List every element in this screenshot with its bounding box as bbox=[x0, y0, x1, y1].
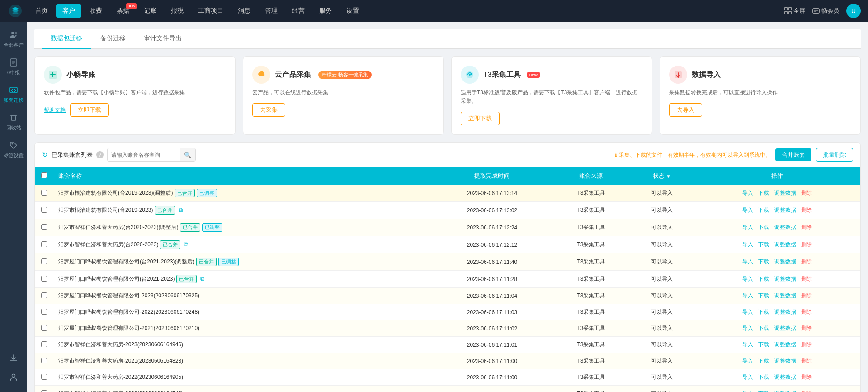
row-checkbox[interactable] bbox=[41, 374, 47, 380]
row-checkbox[interactable] bbox=[41, 341, 47, 347]
row-copy-icon[interactable]: ⧉ bbox=[182, 241, 189, 248]
row-download-link[interactable]: 下载 bbox=[756, 276, 771, 282]
row-checkbox[interactable] bbox=[41, 207, 47, 213]
row-checkbox[interactable] bbox=[41, 276, 47, 282]
row-delete-link[interactable]: 删除 bbox=[799, 207, 814, 213]
sidebar-item-zero-declare[interactable]: 0申报 bbox=[0, 53, 27, 81]
row-adjust-link[interactable]: 调整数据 bbox=[773, 276, 798, 282]
row-import-link[interactable]: 导入 bbox=[741, 258, 755, 265]
nav-invoice[interactable]: 票据new bbox=[110, 4, 136, 18]
row-download-link[interactable]: 下载 bbox=[756, 292, 771, 299]
nav-home[interactable]: 首页 bbox=[29, 4, 54, 18]
row-checkbox[interactable] bbox=[41, 241, 47, 247]
row-download-link[interactable]: 下载 bbox=[756, 224, 771, 230]
row-checkbox[interactable] bbox=[41, 325, 47, 331]
search-input[interactable] bbox=[108, 152, 180, 158]
row-delete-link[interactable]: 删除 bbox=[799, 190, 814, 196]
row-delete-link[interactable]: 删除 bbox=[799, 341, 814, 348]
nav-service[interactable]: 服务 bbox=[313, 4, 338, 18]
nav-accounting[interactable]: 记账 bbox=[137, 4, 163, 18]
row-import-link[interactable]: 导入 bbox=[741, 390, 755, 392]
row-adjust-link[interactable]: 调整数据 bbox=[773, 258, 798, 265]
tab-backup-migrate[interactable]: 备份迁移 bbox=[91, 29, 135, 49]
row-download-link[interactable]: 下载 bbox=[756, 358, 771, 364]
row-adjust-link[interactable]: 调整数据 bbox=[773, 190, 798, 196]
row-import-link[interactable]: 导入 bbox=[741, 309, 755, 315]
card-t3-download-btn[interactable]: 立即下载 bbox=[461, 112, 500, 125]
row-import-link[interactable]: 导入 bbox=[741, 207, 755, 213]
card-xiaochang-help-link[interactable]: 帮助文档 bbox=[44, 106, 66, 114]
tab-data-migrate[interactable]: 数据包迁移 bbox=[42, 29, 91, 49]
nav-fee[interactable]: 收费 bbox=[83, 4, 108, 18]
row-delete-link[interactable]: 删除 bbox=[799, 258, 814, 265]
reload-icon[interactable]: ↻ bbox=[42, 151, 48, 159]
nav-message[interactable]: 消息 bbox=[231, 4, 257, 18]
row-adjust-link[interactable]: 调整数据 bbox=[773, 309, 798, 315]
row-download-link[interactable]: 下载 bbox=[756, 241, 771, 248]
sidebar-item-all-customers[interactable]: 全部客户 bbox=[0, 25, 27, 53]
row-delete-link[interactable]: 删除 bbox=[799, 241, 814, 248]
row-import-link[interactable]: 导入 bbox=[741, 358, 755, 364]
row-copy-icon[interactable]: ⧉ bbox=[198, 275, 206, 282]
row-delete-link[interactable]: 删除 bbox=[799, 309, 814, 315]
row-adjust-link[interactable]: 调整数据 bbox=[773, 358, 798, 364]
row-checkbox[interactable] bbox=[41, 258, 47, 264]
sidebar-item-user[interactable] bbox=[7, 368, 20, 387]
row-checkbox[interactable] bbox=[41, 358, 47, 363]
row-delete-link[interactable]: 删除 bbox=[799, 276, 814, 282]
nav-manage[interactable]: 管理 bbox=[259, 4, 284, 18]
row-adjust-link[interactable]: 调整数据 bbox=[773, 374, 798, 380]
row-import-link[interactable]: 导入 bbox=[741, 224, 755, 230]
sidebar-item-tag-settings[interactable]: 标签设置 bbox=[0, 136, 27, 163]
help-icon[interactable]: ? bbox=[96, 151, 104, 158]
row-import-link[interactable]: 导入 bbox=[741, 292, 755, 299]
row-adjust-link[interactable]: 调整数据 bbox=[773, 341, 798, 348]
select-all-checkbox[interactable] bbox=[41, 172, 47, 178]
row-delete-link[interactable]: 删除 bbox=[799, 292, 814, 299]
row-download-link[interactable]: 下载 bbox=[756, 341, 771, 348]
row-import-link[interactable]: 导入 bbox=[741, 241, 755, 248]
member-button[interactable]: 畅会员 bbox=[812, 7, 839, 15]
avatar[interactable]: U bbox=[846, 4, 861, 18]
row-delete-link[interactable]: 删除 bbox=[799, 224, 814, 230]
card-dataimport-goto-btn[interactable]: 去导入 bbox=[669, 103, 702, 117]
row-delete-link[interactable]: 删除 bbox=[799, 390, 814, 392]
fullscreen-button[interactable]: 全屏 bbox=[784, 7, 805, 15]
row-import-link[interactable]: 导入 bbox=[741, 190, 755, 196]
row-checkbox[interactable] bbox=[41, 292, 47, 298]
sidebar-item-download[interactable] bbox=[7, 349, 20, 368]
row-adjust-link[interactable]: 调整数据 bbox=[773, 224, 798, 230]
row-checkbox[interactable] bbox=[41, 390, 47, 392]
search-button[interactable]: 🔍 bbox=[180, 148, 195, 161]
row-adjust-link[interactable]: 调整数据 bbox=[773, 325, 798, 331]
sidebar-item-recycle[interactable]: 回收站 bbox=[0, 108, 27, 136]
row-download-link[interactable]: 下载 bbox=[756, 190, 771, 196]
row-import-link[interactable]: 导入 bbox=[741, 325, 755, 331]
row-download-link[interactable]: 下载 bbox=[756, 258, 771, 265]
nav-settings[interactable]: 设置 bbox=[340, 4, 365, 18]
row-download-link[interactable]: 下载 bbox=[756, 207, 771, 213]
row-delete-link[interactable]: 删除 bbox=[799, 358, 814, 364]
row-delete-link[interactable]: 删除 bbox=[799, 325, 814, 331]
row-copy-icon[interactable]: ⧉ bbox=[177, 206, 184, 214]
row-download-link[interactable]: 下载 bbox=[756, 309, 771, 315]
row-import-link[interactable]: 导入 bbox=[741, 276, 755, 282]
row-adjust-link[interactable]: 调整数据 bbox=[773, 241, 798, 248]
nav-tax[interactable]: 报税 bbox=[165, 4, 190, 18]
card-xiaochang-download-btn[interactable]: 立即下载 bbox=[70, 103, 109, 117]
row-adjust-link[interactable]: 调整数据 bbox=[773, 292, 798, 299]
batch-delete-btn[interactable]: 批量删除 bbox=[816, 148, 853, 162]
merge-accounts-btn[interactable]: 合并账套 bbox=[775, 148, 811, 161]
tab-audit-export[interactable]: 审计文件导出 bbox=[135, 29, 191, 49]
nav-operation[interactable]: 经营 bbox=[286, 4, 311, 18]
row-download-link[interactable]: 下载 bbox=[756, 390, 771, 392]
nav-customer[interactable]: 客户 bbox=[56, 4, 81, 18]
row-adjust-link[interactable]: 调整数据 bbox=[773, 207, 798, 213]
nav-business[interactable]: 工商项目 bbox=[192, 4, 230, 18]
row-import-link[interactable]: 导入 bbox=[741, 374, 755, 380]
row-import-link[interactable]: 导入 bbox=[741, 341, 755, 348]
row-adjust-link[interactable]: 调整数据 bbox=[773, 390, 798, 392]
sidebar-item-account-migrate[interactable]: 账套迁移 bbox=[0, 81, 27, 108]
row-checkbox[interactable] bbox=[41, 309, 47, 315]
row-delete-link[interactable]: 删除 bbox=[799, 374, 814, 380]
